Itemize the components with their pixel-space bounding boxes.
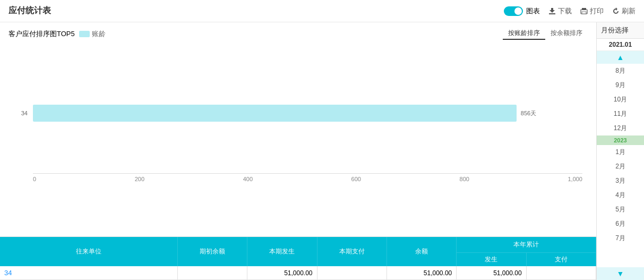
col-opening-header: 期初余额 xyxy=(177,237,247,266)
cell-ytd-pay xyxy=(526,266,596,280)
x-label-200: 200 xyxy=(135,176,144,182)
month-sidebar: 月份选择 2021.01 ▲ 8月9月10月11月12月20231月2月3月4月… xyxy=(596,22,644,280)
sidebar-month-item[interactable]: 5月 xyxy=(597,202,644,217)
x-label-0: 0 xyxy=(33,176,36,182)
col-balance-header: 余额 xyxy=(387,237,456,266)
cell-occur: 51,000.00 xyxy=(247,266,317,280)
header-actions: 图表 下载 打印 刷新 xyxy=(504,6,636,16)
sidebar-year-display[interactable]: 2021.01 xyxy=(597,39,644,51)
svg-rect-0 xyxy=(549,13,555,14)
x-label-1000: 1,000 xyxy=(568,176,582,182)
sort-by-amount-btn[interactable]: 按余额排序 xyxy=(545,28,588,40)
cell-balance: 51,000.00 xyxy=(387,266,456,280)
svg-rect-3 xyxy=(582,12,586,14)
chart-section: 客户应付排序图TOP5 账龄 按账龄排序 按余额排序 34 xyxy=(0,22,596,236)
sidebar-month-item[interactable]: 3月 xyxy=(597,174,644,188)
col-unit-header: 往来单位 xyxy=(0,237,177,266)
table-header-main: 往来单位 期初余额 本期发生 本期支付 余额 本年累计 xyxy=(0,237,596,253)
x-axis: 0 200 400 600 800 1,000 xyxy=(33,173,582,182)
col-occur-header: 本期发生 xyxy=(247,237,317,266)
sidebar-month-item[interactable]: 9月 xyxy=(597,78,644,92)
cell-opening xyxy=(177,266,247,280)
download-button[interactable]: 下载 xyxy=(548,6,572,16)
col-ytd-header: 本年累计 xyxy=(457,237,596,253)
sidebar-month-item[interactable]: 11月 xyxy=(597,107,644,121)
sidebar-month-item[interactable]: 12月 xyxy=(597,121,644,135)
sidebar-month-item[interactable]: 6月 xyxy=(597,217,644,231)
bar-row: 856天 xyxy=(33,105,582,122)
sidebar-month-item[interactable]: 2023 xyxy=(597,135,644,145)
col-ytd-pay-header: 支付 xyxy=(526,253,596,267)
chart-toggle[interactable] xyxy=(504,6,523,16)
chart-toggle-group[interactable]: 图表 xyxy=(504,6,540,16)
col-ytd-occur-header: 发生 xyxy=(457,253,526,267)
col-pay-header: 本期支付 xyxy=(317,237,387,266)
sidebar-month-item[interactable]: 2月 xyxy=(597,159,644,174)
sidebar-month-item[interactable]: 7月 xyxy=(597,231,644,245)
toggle-label: 图表 xyxy=(526,6,540,16)
cell-unit[interactable]: 34 xyxy=(0,266,177,280)
cell-pay xyxy=(317,266,387,280)
refresh-button[interactable]: 刷新 xyxy=(612,6,636,16)
x-label-400: 400 xyxy=(243,176,253,182)
cell-ytd-occur: 51,000.00 xyxy=(457,266,526,280)
legend-color-box xyxy=(79,31,90,37)
sidebar-scroll-down-btn[interactable]: ▼ xyxy=(597,267,644,280)
bar-fill xyxy=(33,105,517,122)
x-label-600: 600 xyxy=(351,176,361,182)
sidebar-header: 月份选择 xyxy=(597,22,644,39)
table-row: 34 51,000.00 51,000.00 51,000.00 xyxy=(0,266,596,280)
legend-text: 客户应付排序图TOP5 xyxy=(8,29,75,39)
x-label-800: 800 xyxy=(460,176,469,182)
y-axis-label: 34 xyxy=(8,110,28,116)
page-title: 应付统计表 xyxy=(8,5,51,16)
bar-chart-container: 34 856天 0 200 400 600 xyxy=(8,44,588,182)
refresh-icon xyxy=(612,7,620,15)
data-table: 往来单位 期初余额 本期发生 本期支付 余额 本年累计 发生 支付 xyxy=(0,237,596,280)
print-button[interactable]: 打印 xyxy=(580,6,604,16)
bar-end-label: 856天 xyxy=(521,109,536,117)
sidebar-header-label: 月份选择 xyxy=(601,26,629,35)
sidebar-month-item[interactable]: 1月 xyxy=(597,145,644,159)
data-table-section: 往来单位 期初余额 本期发生 本期支付 余额 本年累计 发生 支付 xyxy=(0,236,596,280)
sort-buttons: 按账龄排序 按余额排序 xyxy=(503,28,588,40)
chart-legend: 客户应付排序图TOP5 账龄 xyxy=(8,29,106,39)
print-icon xyxy=(580,7,588,15)
sidebar-month-list: 8月9月10月11月12月20231月2月3月4月5月6月7月 xyxy=(597,64,644,267)
sidebar-month-item[interactable]: 4月 xyxy=(597,188,644,202)
sidebar-scroll-up-btn[interactable]: ▲ xyxy=(597,51,644,64)
sort-by-balance-btn[interactable]: 按账龄排序 xyxy=(503,28,545,40)
svg-rect-2 xyxy=(582,8,586,10)
table-body: 34 51,000.00 51,000.00 51,000.00 xyxy=(0,266,596,280)
download-icon xyxy=(548,7,556,15)
sidebar-month-item[interactable]: 10月 xyxy=(597,92,644,107)
legend-color-label: 账龄 xyxy=(92,29,106,39)
sidebar-month-item[interactable]: 8月 xyxy=(597,64,644,78)
legend-item: 账龄 xyxy=(79,29,106,39)
